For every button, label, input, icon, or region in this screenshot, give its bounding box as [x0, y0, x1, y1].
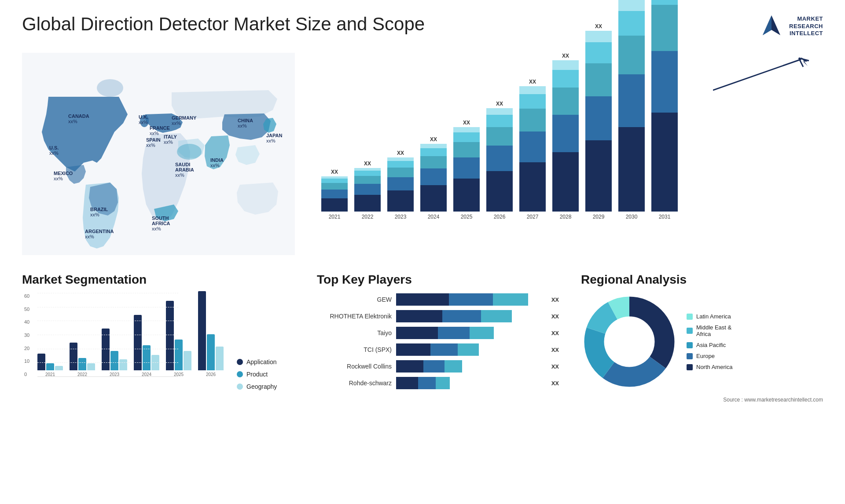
legend-asia-label: Asia Pacific [696, 342, 726, 348]
donut-svg [581, 293, 678, 390]
label-china: CHINA [238, 118, 253, 123]
svg-marker-1 [763, 15, 772, 35]
legend-application: Application [237, 358, 277, 365]
value-brazil: xx% [90, 212, 99, 217]
label-southafrica2: AFRICA [152, 221, 170, 226]
map-section: CANADA xx% U.S. xx% MEXICO xx% BRAZIL xx… [22, 48, 295, 259]
player-name-tci: TCI (SPX) [317, 346, 392, 353]
player-row-tci: TCI (SPX) XX [317, 343, 559, 356]
value-canada: xx% [68, 119, 77, 124]
player-xx-gew: XX [551, 296, 559, 303]
xx-label-2021: XX [331, 169, 338, 175]
bar-2021: XX 2021 [321, 169, 348, 220]
value-germany: xx% [172, 121, 181, 126]
player-bar-tci [396, 343, 544, 356]
player-name-rhotheta: RHOTHETA Elektronik [317, 313, 392, 320]
player-row-rohde: Rohde-schwarz XX [317, 377, 559, 389]
seg-chart-area: 0 10 20 30 40 50 60 [22, 293, 295, 390]
value-china: xx% [238, 123, 247, 128]
seg-legend: Application Product Geography [237, 354, 277, 390]
seg-group-2026: 2026 [198, 291, 224, 377]
bar-2028: XX 2028 [552, 53, 579, 220]
player-row-rockwell: Rockwell Collins XX [317, 360, 559, 373]
main-grid: CANADA xx% U.S. xx% MEXICO xx% BRAZIL xx… [22, 48, 823, 403]
label-southafrica: SOUTH [152, 215, 169, 221]
legend-product: Product [237, 371, 277, 378]
seg-bars-container: 0 10 20 30 40 50 60 [37, 293, 224, 390]
player-bar-gew [396, 293, 544, 306]
legend-europe-label: Europe [696, 353, 715, 359]
bar-2031: XX 2031 [651, 0, 678, 220]
player-bar-rohde [396, 377, 544, 389]
value-italy: xx% [164, 139, 173, 145]
legend-label-geography: Geography [246, 383, 277, 390]
legend-dot-product [237, 371, 243, 377]
player-xx-tci: XX [551, 347, 559, 353]
label-japan: JAPAN [266, 133, 283, 138]
player-xx-rhotheta: XX [551, 313, 559, 320]
legend-europe: Europe [687, 353, 732, 359]
label-saudi2: ARABIA [175, 167, 194, 172]
label-spain: SPAIN [146, 137, 161, 142]
label-germany: GERMANY [172, 115, 197, 121]
player-name-rockwell: Rockwell Collins [317, 363, 392, 370]
donut-chart [581, 293, 678, 390]
page-title: Global Direction Detector Market Size an… [22, 13, 425, 35]
bar-chart-bars: XX 2021 XX [312, 53, 814, 220]
label-mexico: MEXICO [54, 171, 73, 176]
value-spain: xx% [146, 142, 155, 148]
legend-middle-east-label: Middle East &Africa [696, 324, 731, 337]
regional-chart-row: Latin America Middle East &Africa Asia P… [581, 293, 823, 390]
bar-2024: XX 2024 [420, 136, 447, 220]
player-name-rohde: Rohde-schwarz [317, 380, 392, 387]
logo-text: Market Research Intellect [789, 15, 823, 38]
player-row-gew: GEW XX [317, 293, 559, 306]
bar-2027: XX 2027 [519, 79, 546, 220]
player-bar-taiyo [396, 327, 544, 339]
legend-latin-america-label: Latin America [696, 313, 731, 320]
legend-latin-america: Latin America [687, 313, 732, 320]
regional-title: Regional Analysis [581, 273, 823, 287]
svg-point-3 [97, 79, 123, 97]
legend-middle-east-africa: Middle East &Africa [687, 324, 732, 337]
label-argentina: ARGENTINA [85, 229, 114, 234]
player-row-taiyo: Taiyo XX [317, 327, 559, 339]
value-mexico: xx% [54, 176, 63, 181]
key-players-title: Top Key Players [317, 273, 559, 287]
player-xx-rockwell: XX [551, 363, 559, 370]
bar-2023: XX 2023 [387, 150, 414, 220]
logo-icon [758, 13, 785, 40]
bar-chart-section: XX 2021 XX [304, 48, 823, 259]
svg-point-5 [177, 144, 202, 160]
grid-lines [37, 293, 178, 377]
label-india: INDIA [210, 157, 224, 163]
value-us: xx% [49, 150, 59, 156]
player-xx-rohde: XX [551, 380, 559, 387]
header: Global Direction Detector Market Size an… [22, 13, 823, 40]
y-axis: 0 10 20 30 40 50 60 [24, 293, 29, 377]
bar-2030: XX 2030 [618, 0, 645, 220]
value-japan: xx% [266, 138, 276, 143]
segmentation-section: Market Segmentation 0 10 20 30 40 50 60 [22, 273, 295, 403]
player-xx-taiyo: XX [551, 330, 559, 336]
label-us: U.S. [49, 145, 59, 150]
legend-north-america: North America [687, 364, 732, 370]
legend-dot-application [237, 359, 243, 365]
bar-2029: XX 2029 [585, 23, 612, 220]
page: Global Direction Detector Market Size an… [0, 0, 845, 504]
legend-dot-geography [237, 383, 243, 390]
legend-label-application: Application [246, 358, 277, 365]
bottom-row: Market Segmentation 0 10 20 30 40 50 60 [22, 273, 823, 403]
value-uk: xx% [139, 120, 148, 125]
value-southafrica: xx% [152, 226, 161, 231]
label-italy: ITALY [164, 134, 177, 139]
label-brazil: BRAZIL [90, 207, 108, 212]
player-name-gew: GEW [317, 296, 392, 303]
regional-legend: Latin America Middle East &Africa Asia P… [687, 313, 732, 370]
bar-2026: XX 2026 [486, 101, 513, 220]
bar-chart-inner: XX 2021 XX [312, 53, 814, 246]
player-bar-rhotheta [396, 310, 544, 322]
label-uk: U.K. [139, 114, 148, 120]
player-row-rhotheta: RHOTHETA Elektronik XX [317, 310, 559, 322]
source-text: Source : www.marketresearchintellect.com [581, 397, 823, 403]
